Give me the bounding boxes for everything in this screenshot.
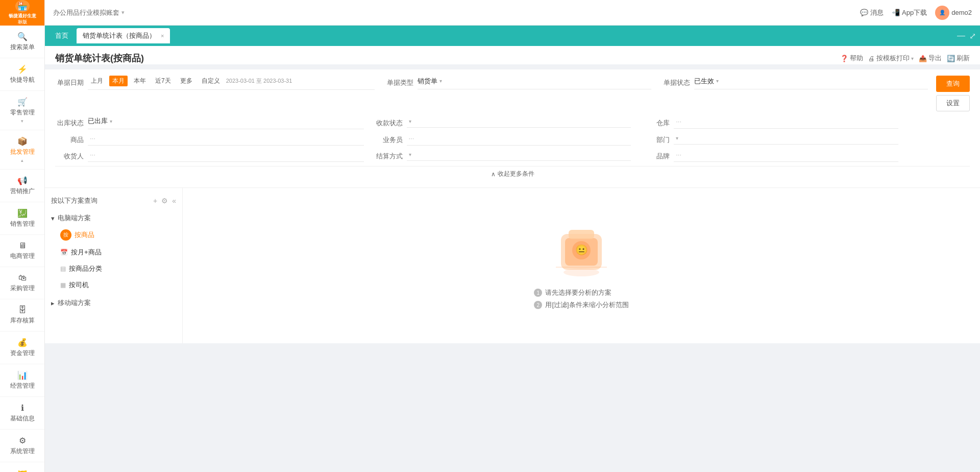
scheme-mobile-label: 移动端方案 [58,298,91,308]
sidebar-item-operations[interactable]: 📊 经营管理 [0,364,44,397]
panel-settings-btn[interactable]: ⚙ [161,197,168,205]
sidebar-operations-label: 经营管理 [10,382,35,390]
query-button[interactable]: 查询 [936,76,970,92]
scheme-pc-title[interactable]: ▾ 电脑端方案 [45,210,182,226]
dept-dropdown[interactable]: ▾ [674,135,678,141]
panel-collapse-btn[interactable]: « [172,197,176,205]
collect-status-dropdown[interactable]: ▾ [407,119,411,124]
sidebar-item-search[interactable]: 🔍 搜索菜单 [0,26,44,58]
industry-selector[interactable]: 办公用品行业模拟账套 ▾ [53,8,125,17]
enterprise-icon: 🤝 [17,468,28,472]
message-btn[interactable]: 💬 消息 [860,8,884,17]
download-icon: 📲 [892,9,900,16]
collect-status-arrow: ▾ [409,119,411,124]
sidebar-item-retail[interactable]: 🛒 零售管理 ▾ [0,91,44,130]
help-btn[interactable]: ❓ 帮助 [840,54,863,63]
retail-arrow: ▾ [21,119,23,124]
sidebar-item-ecommerce[interactable]: 🖥 电商管理 [0,235,44,267]
date-tag-last-month[interactable]: 上月 [88,76,106,86]
tab-close-btn[interactable]: × [161,33,164,39]
help-icon: ❓ [840,55,848,62]
scheme-item-by-goods[interactable]: 按 按商品 [45,226,182,244]
brand-dots[interactable]: ··· [676,151,681,158]
export-icon: 📤 [919,55,927,62]
print-btn[interactable]: 🖨 按模板打印 ▾ [868,54,914,63]
date-tag-7days[interactable]: 近7天 [152,76,174,86]
hint-num-1: 1 [534,289,542,297]
warehouse-label: 仓库 [641,119,670,128]
tab-maximize-btn[interactable]: ⤢ [969,31,976,41]
refresh-icon: 🔄 [947,55,955,62]
receiver-dots[interactable]: ··· [90,151,95,158]
out-status-dropdown[interactable]: 已出库 ▾ [88,116,112,126]
app-download-btn[interactable]: 📲 App下载 [892,8,927,17]
tab-minimize-btn[interactable]: — [957,31,965,40]
date-control: 上月 本月 本年 近7天 更多 自定义 2023-03-01 至 2023-03… [88,76,375,90]
quicknav-icon: ⚡ [17,64,28,74]
message-icon: 💬 [860,9,868,16]
scheme-mobile-title[interactable]: ▸ 移动端方案 [45,295,182,311]
svg-text:😐: 😐 [575,244,588,256]
left-panel: 按以下方案查询 + ⚙ « ▾ 电脑端方案 按 [45,188,183,343]
doc-status-dropdown[interactable]: 已生效 ▾ [694,77,719,86]
sales-icon: 💹 [17,208,28,218]
ecommerce-icon: 🖥 [18,241,27,250]
out-status-value: 已出库 [88,116,108,126]
goods-dots[interactable]: ··· [90,134,95,142]
sidebar-item-marketing[interactable]: 📢 营销推广 [0,170,44,202]
scheme-active-circle: 按 [60,229,71,241]
app-logo[interactable]: 🏪 畅捷通好生意 标版 [0,0,44,26]
tab-active[interactable]: 销货单统计表（按商品） × [77,28,170,43]
scheme-by-month-goods-label: 按月+商品 [71,248,102,257]
sidebar-basic-label: 基础信息 [10,414,35,423]
collapse-button[interactable]: ∧ 收起更多条件 [55,166,970,181]
salesman-control: ··· [407,134,631,146]
empty-state: 😐 1 请先选择要分析的方案 [183,188,980,343]
scheme-by-goods-label: 按商品 [75,230,94,240]
settings-button[interactable]: 设置 [936,95,970,111]
sidebar-item-system[interactable]: ⚙ 系统管理 [0,430,44,462]
scheme-pc-arrow: ▾ [51,215,55,222]
page-actions: ❓ 帮助 🖨 按模板打印 ▾ 📤 导出 🔄 刷新 [840,54,970,63]
filter-goods: 商品 ··· [55,134,364,146]
doc-type-dropdown[interactable]: 销货单 ▾ [418,77,442,86]
finance-icon: 💰 [17,338,28,347]
sidebar-item-wholesale[interactable]: 📦 批发管理 ▴ [0,130,44,170]
sidebar-item-basic[interactable]: ℹ 基础信息 [0,397,44,430]
sidebar-item-finance[interactable]: 💰 资金管理 [0,332,44,364]
date-tag-more[interactable]: 更多 [177,76,195,86]
date-tag-this-month[interactable]: 本月 [109,76,128,86]
top-header: 办公用品行业模拟账套 ▾ 💬 消息 📲 App下载 👤 demo2 [45,0,980,26]
tab-home[interactable]: 首页 [49,28,75,43]
export-btn[interactable]: 📤 导出 [919,54,942,63]
wholesale-arrow: ▴ [21,158,23,163]
sidebar-item-purchase[interactable]: 🛍 采购管理 [0,267,44,299]
date-tag-this-year[interactable]: 本年 [131,76,149,86]
payment-dropdown[interactable]: ▾ [407,152,411,157]
brand-control: ··· [674,151,898,162]
doc-type-label: 单据类型 [385,78,413,87]
salesman-dots[interactable]: ··· [409,134,414,142]
scheme-item-by-month-goods[interactable]: 📅 按月+商品 [45,244,182,261]
sidebar-item-sales[interactable]: 💹 销售管理 [0,202,44,235]
sidebar-quicknav-label: 快捷导航 [10,76,35,84]
user-info[interactable]: 👤 demo2 [935,6,972,20]
collect-status-label: 收款状态 [374,119,403,128]
filter-dept: 部门 ▾ [641,135,898,145]
user-name: demo2 [951,9,972,16]
scheme-item-by-driver[interactable]: ▦ 按司机 [45,277,182,293]
sidebar-item-inventory[interactable]: 🗄 库存核算 [0,299,44,332]
panel-add-btn[interactable]: + [153,197,157,205]
warehouse-dots[interactable]: ··· [676,117,681,125]
content-panel: 按以下方案查询 + ⚙ « ▾ 电脑端方案 按 [45,188,980,343]
scheme-item-by-category[interactable]: ▤ 按商品分类 [45,261,182,277]
salesman-label: 业务员 [374,135,403,145]
sidebar-item-enterprise[interactable]: 🤝 企业协同 [0,462,44,472]
refresh-btn[interactable]: 🔄 刷新 [947,54,970,63]
sidebar-item-quicknav[interactable]: ⚡ 快捷导航 [0,58,44,91]
sidebar-purchase-label: 采购管理 [10,284,35,293]
app-download-label: App下载 [902,8,927,17]
filter-salesman: 业务员 ··· [374,134,631,146]
date-tag-custom[interactable]: 自定义 [199,76,223,86]
hint-num-2: 2 [534,301,542,309]
